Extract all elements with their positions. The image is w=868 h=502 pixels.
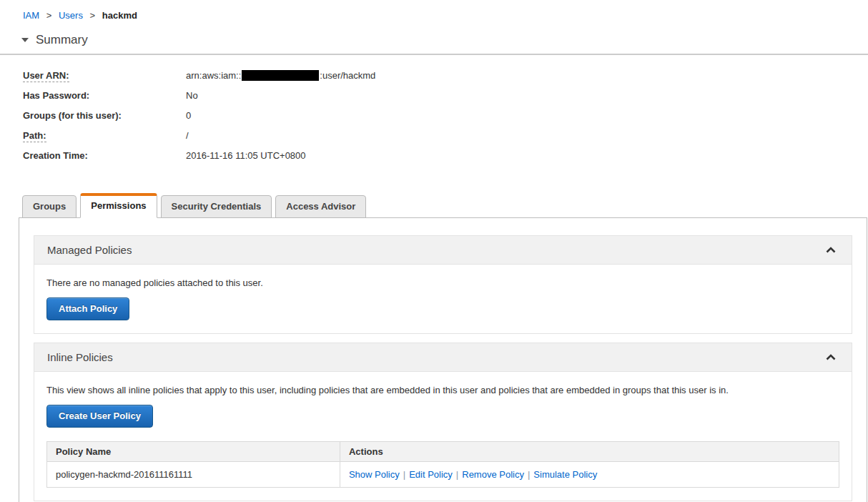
managed-policies-empty-text: There are no managed policies attached t… — [46, 277, 839, 288]
collapse-chevron-up-icon[interactable] — [826, 247, 836, 253]
inline-policies-header[interactable]: Inline Policies — [34, 343, 852, 372]
field-value-user-arn: arn:aws:iam:::user/hackmd — [186, 70, 375, 81]
inline-policies-body: This view shows all inline policies that… — [34, 372, 852, 501]
managed-policies-section: Managed Policies There are no managed po… — [34, 235, 852, 334]
breadcrumb-link-users[interactable]: Users — [59, 10, 83, 21]
tab-bar: Groups Permissions Security Credentials … — [19, 193, 868, 217]
iam-user-detail-page: IAM > Users > hackmd Summary User ARN: a… — [0, 0, 868, 502]
inline-policies-table: Policy Name Actions policygen-hackmd-201… — [46, 441, 839, 488]
breadcrumb-link-iam[interactable]: IAM — [23, 10, 39, 21]
summary-section-toggle[interactable]: Summary — [21, 33, 868, 47]
inline-policies-section: Inline Policies This view shows all inli… — [34, 343, 852, 501]
inline-policies-title: Inline Policies — [47, 351, 113, 363]
attach-policy-button[interactable]: Attach Policy — [46, 297, 129, 320]
field-label-groups: Groups (for this user): — [23, 110, 186, 121]
summary-row-has-password: Has Password: No — [23, 85, 868, 105]
permissions-tab-panel: Managed Policies There are no managed po… — [19, 217, 867, 502]
managed-policies-title: Managed Policies — [47, 244, 132, 256]
inline-policies-description: This view shows all inline policies that… — [46, 385, 839, 395]
policy-name-cell: policygen-hackmd-201611161111 — [47, 462, 340, 488]
column-header-policy-name: Policy Name — [47, 442, 340, 462]
breadcrumb-separator: > — [46, 10, 52, 21]
action-separator: | — [403, 469, 405, 480]
collapse-chevron-up-icon[interactable] — [826, 354, 836, 360]
column-header-actions: Actions — [340, 442, 839, 462]
breadcrumb-separator: > — [90, 10, 96, 21]
summary-divider — [0, 54, 868, 55]
field-value-groups: 0 — [186, 110, 191, 121]
field-value-creation-time: 2016-11-16 11:05 UTC+0800 — [186, 150, 306, 161]
redacted-account-id — [242, 70, 319, 81]
summary-row-user-arn: User ARN: arn:aws:iam:::user/hackmd — [23, 65, 868, 85]
tab-security-credentials[interactable]: Security Credentials — [161, 195, 272, 218]
breadcrumb-current-user: hackmd — [102, 10, 137, 21]
field-label-path: Path: — [23, 130, 186, 141]
edit-policy-link[interactable]: Edit Policy — [409, 469, 453, 480]
field-label-creation-time: Creation Time: — [23, 150, 186, 161]
action-separator: | — [456, 469, 458, 480]
caret-down-icon — [21, 38, 29, 42]
managed-policies-body: There are no managed policies attached t… — [34, 265, 852, 333]
summary-row-creation-time: Creation Time: 2016-11-16 11:05 UTC+0800 — [23, 145, 868, 165]
summary-row-groups: Groups (for this user): 0 — [23, 105, 868, 125]
tab-permissions[interactable]: Permissions — [80, 193, 157, 218]
policy-actions-cell: Show Policy|Edit Policy|Remove Policy|Si… — [340, 462, 839, 488]
tab-groups[interactable]: Groups — [22, 195, 77, 218]
simulate-policy-link[interactable]: Simulate Policy — [533, 469, 597, 480]
breadcrumb: IAM > Users > hackmd — [0, 0, 868, 21]
create-user-policy-button[interactable]: Create User Policy — [46, 405, 153, 428]
remove-policy-link[interactable]: Remove Policy — [462, 469, 524, 480]
summary-title: Summary — [36, 33, 88, 47]
summary-fields: User ARN: arn:aws:iam:::user/hackmd Has … — [23, 65, 868, 165]
field-value-has-password: No — [186, 90, 198, 101]
table-row: policygen-hackmd-201611161111 Show Polic… — [47, 462, 839, 488]
summary-row-path: Path: / — [23, 125, 868, 145]
show-policy-link[interactable]: Show Policy — [349, 469, 400, 480]
action-separator: | — [528, 469, 530, 480]
table-header-row: Policy Name Actions — [47, 442, 839, 462]
tab-access-advisor[interactable]: Access Advisor — [275, 195, 366, 218]
field-value-path: / — [186, 130, 189, 141]
field-label-has-password: Has Password: — [23, 90, 186, 101]
managed-policies-header[interactable]: Managed Policies — [34, 236, 852, 265]
field-label-user-arn: User ARN: — [23, 70, 186, 81]
